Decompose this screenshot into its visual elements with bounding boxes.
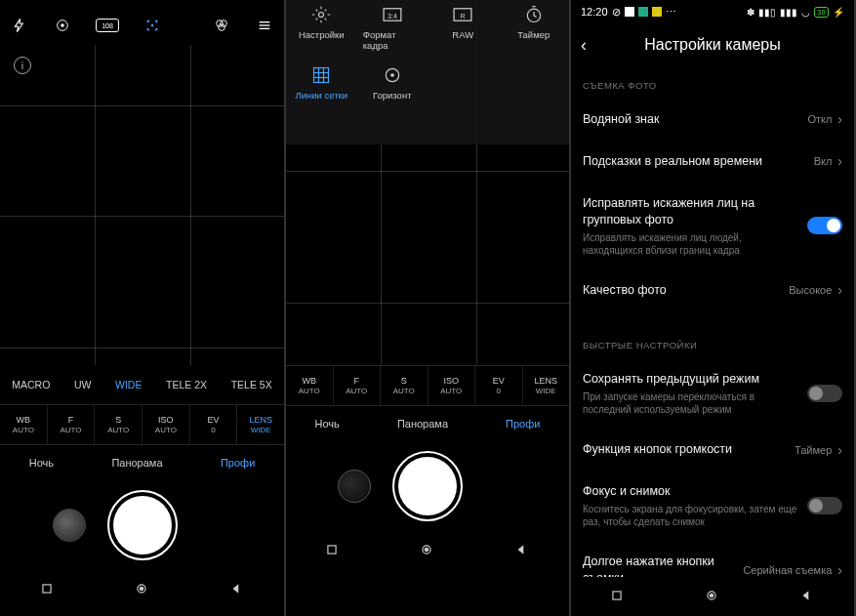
nav-home-icon[interactable] <box>420 543 435 558</box>
settings-header: ‹ Настройки камеры <box>571 23 854 66</box>
svg-point-11 <box>140 587 143 591</box>
param-s[interactable]: SAUTO <box>381 366 428 405</box>
nav-back-icon[interactable] <box>799 589 815 604</box>
param-wb[interactable]: WBAUTO <box>0 405 48 444</box>
row-hints[interactable]: Подсказки в реальном времени Вкл› <box>571 141 854 183</box>
mode-pro[interactable]: Профи <box>506 418 540 430</box>
zoom-tele2x[interactable]: TELE 2X <box>166 379 207 390</box>
svg-rect-9 <box>42 585 50 593</box>
gallery-thumb[interactable] <box>53 509 86 542</box>
svg-rect-25 <box>328 546 336 554</box>
row-quality[interactable]: Качество фото Высокое› <box>571 269 854 311</box>
nav-recent-icon[interactable] <box>325 543 341 558</box>
qm-settings[interactable]: Настройки <box>292 4 350 51</box>
gridlines-icon <box>310 64 332 86</box>
param-lens[interactable]: LENSWIDE <box>237 405 284 444</box>
settings-title: Настройки камеры <box>644 36 780 54</box>
mp-badge[interactable]: 108 <box>96 19 119 32</box>
nav-recent-icon[interactable] <box>40 582 56 597</box>
qm-gridlines[interactable]: Линии сетки <box>292 64 350 101</box>
svg-text:R: R <box>461 13 466 21</box>
chevron-right-icon: › <box>837 282 842 298</box>
svg-point-30 <box>710 594 713 597</box>
status-icon <box>638 7 648 17</box>
qm-aspect[interactable]: 3:4 Формат кадра <box>363 4 422 51</box>
mode-night[interactable]: Ночь <box>315 418 340 430</box>
grid-line <box>0 105 284 106</box>
dnd-icon: ⊘ <box>612 6 621 19</box>
status-bar: 12:20 ⊘ ⋯ ✽ ▮▮▯ ▮▮▮ ◡ 38 ⚡ <box>571 0 854 23</box>
gear-icon <box>310 4 332 25</box>
viewfinder[interactable]: i <box>0 45 284 365</box>
shutter-button[interactable] <box>113 496 172 554</box>
nav-home-icon[interactable] <box>705 589 720 604</box>
param-ev[interactable]: EV0 <box>190 405 238 444</box>
row-save-mode[interactable]: Сохранять предыдущий режим При запуске к… <box>571 358 854 429</box>
param-iso[interactable]: ISOAUTO <box>428 366 476 405</box>
nav-recent-icon[interactable] <box>610 589 626 604</box>
nav-back-icon[interactable] <box>514 543 530 558</box>
mode-night[interactable]: Ночь <box>29 457 54 469</box>
param-wb[interactable]: WBAUTO <box>286 366 334 405</box>
param-f[interactable]: FAUTO <box>334 366 382 405</box>
qm-timer[interactable]: Таймер <box>505 4 563 51</box>
zoom-wide[interactable]: WIDE <box>115 379 142 390</box>
info-icon[interactable]: i <box>14 57 31 74</box>
row-watermark[interactable]: Водяной знак Откл› <box>571 99 854 141</box>
nav-home-icon[interactable] <box>135 582 150 597</box>
svg-rect-18 <box>314 68 329 83</box>
grid-line <box>0 216 284 217</box>
nav-back-icon[interactable] <box>229 582 245 597</box>
back-button[interactable]: ‹ <box>581 35 587 56</box>
param-ev[interactable]: EV0 <box>475 366 523 405</box>
qm-raw[interactable]: R RAW <box>433 4 492 51</box>
mode-pro[interactable]: Профи <box>221 457 255 469</box>
zoom-row: MACRO UW WIDE TELE 2X TELE 5X <box>0 365 284 404</box>
param-iso[interactable]: ISOAUTO <box>143 405 190 444</box>
section-photo: СЪЕМКА ФОТО <box>571 66 854 99</box>
row-vol-keys[interactable]: Функция кнопок громкости Таймер› <box>571 429 854 471</box>
horizon-icon <box>382 64 403 86</box>
shutter-button[interactable] <box>398 457 457 515</box>
camera-panel-2: Настройки 3:4 Формат кадра R RAW Таймер <box>286 0 571 616</box>
param-s[interactable]: SAUTO <box>95 405 143 444</box>
svg-point-27 <box>425 548 428 552</box>
zoom-uw[interactable]: UW <box>74 379 92 390</box>
grid-line <box>0 348 284 349</box>
viewfinder[interactable]: Настройки 3:4 Формат кадра R RAW Таймер <box>286 0 569 365</box>
switch-save-mode[interactable] <box>807 385 842 402</box>
pro-params-row: WBAUTO FAUTO SAUTO ISOAUTO EV0 LENSWIDE <box>0 404 284 445</box>
switch-focus-shot[interactable] <box>807 497 842 514</box>
row-focus-shot[interactable]: Фокус и снимок Коснитесь экрана для фоку… <box>571 471 854 541</box>
zoom-tele5x[interactable]: TELE 5X <box>231 379 272 390</box>
nav-bar <box>0 570 284 609</box>
raw-icon: R <box>452 4 473 25</box>
hamburger-icon[interactable] <box>255 16 274 35</box>
bluetooth-icon: ✽ <box>747 7 754 18</box>
mode-panorama[interactable]: Панорама <box>397 418 448 430</box>
charging-icon: ⚡ <box>833 7 844 18</box>
camera-topbar: 108 <box>0 0 284 45</box>
pro-params-row-2: WBAUTO FAUTO SAUTO ISOAUTO EV0 LENSWIDE <box>286 365 569 406</box>
grid-line <box>286 171 569 172</box>
param-lens[interactable]: LENSWIDE <box>523 366 570 405</box>
switch-face-fix[interactable] <box>807 217 842 234</box>
row-long-press[interactable]: Долгое нажатие кнопки съемки Серийная съ… <box>571 541 854 577</box>
mode-panorama[interactable]: Панорама <box>111 457 162 469</box>
focus-peaking-icon[interactable] <box>143 16 162 35</box>
chevron-right-icon: › <box>837 111 842 127</box>
quick-menu-overlay: Настройки 3:4 Формат кадра R RAW Таймер <box>286 0 569 144</box>
flash-icon[interactable] <box>10 16 29 35</box>
qm-horizon[interactable]: Горизонт <box>363 64 422 101</box>
status-icon: ⋯ <box>666 6 676 19</box>
mode-row[interactable]: Ночь Панорама Профи <box>286 406 569 441</box>
filters-icon[interactable] <box>212 16 231 35</box>
row-face-fix[interactable]: Исправлять искажения лиц на групповых фо… <box>571 183 854 269</box>
settings-list[interactable]: СЪЕМКА ФОТО Водяной знак Откл› Подсказки… <box>571 66 854 577</box>
param-f[interactable]: FAUTO <box>48 405 96 444</box>
signal-icon: ▮▮▮ <box>780 7 797 18</box>
zoom-macro[interactable]: MACRO <box>12 379 50 390</box>
mode-row[interactable]: Ночь Панорама Профи <box>0 445 284 480</box>
ai-icon[interactable] <box>53 16 72 35</box>
gallery-thumb[interactable] <box>338 470 371 503</box>
